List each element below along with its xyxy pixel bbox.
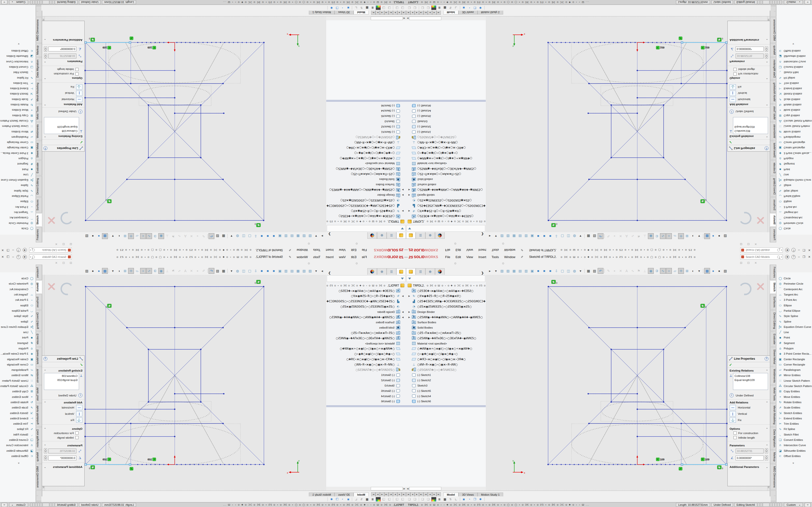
view-cube-3-icon[interactable]: ▦ <box>295 268 301 274</box>
cmd-tab-direct-editing[interactable]: Direct Editing <box>770 310 776 331</box>
text-icon[interactable]: A <box>183 268 188 274</box>
tool-extend-entities[interactable]: ⊢Extend Entities <box>776 416 812 421</box>
erase-icon[interactable]: ✕ <box>618 233 623 239</box>
tree-hscrollbar[interactable]: ◀ <box>406 16 486 20</box>
spline-gray-icon[interactable]: ∿ <box>630 268 636 274</box>
tool-offset-entities[interactable]: ⊂Offset Entities <box>776 48 812 54</box>
option-for-construction[interactable]: For construction <box>42 72 84 76</box>
cmd-tab-weldments[interactable]: Weldments <box>770 367 776 385</box>
motion-tab-motion-study-1[interactable]: Motion Study 1 <box>309 493 335 497</box>
relation-badge-equal-1[interactable]: = 109 <box>656 46 664 49</box>
cmd-tab-markup[interactable]: Markup <box>36 44 42 57</box>
tab-configurationmanager[interactable]: ⊕ <box>425 232 435 239</box>
tool-linear-sketch-pattern[interactable]: ∷Linear Sketch Pattern <box>776 124 812 129</box>
expand-icon[interactable]: ⌄ <box>44 39 46 42</box>
media-button[interactable]: ▶| <box>371 10 375 15</box>
collapse-icon[interactable]: ⌃ <box>766 428 768 430</box>
tree-sketch2[interactable]: (-) Sketch2 <box>406 124 486 129</box>
relation-fix-button[interactable]: ⚓ <box>76 417 83 423</box>
media-button[interactable]: ▶ <box>432 10 437 15</box>
tool-parallelogram[interactable]: ▱Parallelogram <box>776 134 812 140</box>
relation-badge-on-edge-bottom[interactable]: 3 <box>717 38 723 42</box>
expander-icon[interactable]: ▶ <box>408 295 410 297</box>
relation-vertical[interactable]: |Vertical <box>42 411 84 417</box>
graphics-area[interactable]: 3 3 3 = 109 = 109 <box>486 275 770 491</box>
tool-trim-entities[interactable]: ✂Trim Entities <box>776 80 812 86</box>
checkbox[interactable] <box>75 432 79 435</box>
tab-featuremanager[interactable] <box>406 232 416 239</box>
collapse-icon[interactable]: ⌃ <box>44 444 46 447</box>
line-weights-icon[interactable]: ≣ <box>437 6 442 10</box>
media-button[interactable]: ▶| <box>437 492 441 497</box>
text-icon[interactable]: A <box>624 233 629 239</box>
media-button[interactable]: ◀ <box>428 10 432 15</box>
light-caret[interactable]: ▾ <box>110 268 116 274</box>
expander-icon[interactable]: ▶ <box>402 188 404 191</box>
update-view-icon[interactable]: ⇩ <box>253 268 259 274</box>
media-button[interactable]: ▶ <box>415 492 419 497</box>
menu-item-view[interactable]: View <box>337 248 349 252</box>
cmd-tab-mesh-modeling[interactable]: Mesh Modeling <box>770 403 776 427</box>
tool-ellipse[interactable]: ⬭Ellipse <box>776 199 812 204</box>
media-button[interactable]: |◀ <box>384 492 389 497</box>
sketch-gray-entities[interactable] <box>108 42 241 131</box>
media-button[interactable]: ▶ <box>393 10 397 15</box>
flag-icon[interactable]: ⚑ <box>636 268 642 274</box>
expander-icon[interactable]: ▶ <box>402 295 404 297</box>
relation-horizontal-button[interactable]: — <box>729 97 736 102</box>
tool-offset-entities[interactable]: ⊂Offset Entities <box>776 453 812 459</box>
relation-vertical-button[interactable]: | <box>729 91 736 96</box>
primitives-icon[interactable]: ◍ <box>571 233 577 239</box>
tree-sketch3[interactable]: Sketch3 <box>406 383 486 388</box>
checkbox[interactable] <box>733 72 737 75</box>
cmd-tab-features[interactable]: Features <box>770 265 776 280</box>
update-view-icon[interactable]: ⇩ <box>553 233 559 239</box>
length-input[interactable]: 10.88152731 <box>735 449 764 453</box>
gear-icon[interactable]: ✱ <box>329 6 334 10</box>
graphics-area[interactable]: 3 3 3 = 109 = 109 <box>486 16 770 232</box>
menu-item-tools[interactable]: Tools <box>311 255 323 259</box>
close-button[interactable]: ✕ <box>0 248 5 252</box>
tool-style-spline[interactable]: ∿Style Spline <box>0 314 36 319</box>
relation-entry[interactable]: Collinear108 <box>45 129 78 133</box>
relation-badge-on-edge-right[interactable]: 3 <box>701 199 706 203</box>
tree-solid-bodies[interactable]: ■Solid Bodies <box>406 177 486 182</box>
cmd-tab-mold-tools[interactable]: Mold Tools <box>36 385 42 403</box>
expand-panel-icon[interactable]: ❯ <box>481 232 484 236</box>
tool-scale-entities[interactable]: ⇗Scale Entities <box>776 97 812 102</box>
length-input[interactable]: 10.88152731 <box>735 54 764 59</box>
hide-spline-icon[interactable]: ∿ <box>146 268 152 274</box>
relation-badge-on-edge-top[interactable]: 3 <box>255 223 260 227</box>
help-icon[interactable]: ? <box>792 255 796 259</box>
tool-ellipse[interactable]: ⬭Ellipse <box>776 302 812 308</box>
media-button[interactable]: ▶| <box>389 10 393 15</box>
appearance-brush-icon[interactable] <box>376 497 380 501</box>
cmd-tab--[interactable]: : <box>770 490 776 501</box>
search-box[interactable]: ▾ <box>29 255 72 260</box>
view-solid-3-icon[interactable]: ■ <box>547 268 553 274</box>
angle-spinner[interactable]: ▲▼ <box>765 47 768 52</box>
tree-hscrollbar[interactable]: ◀ <box>406 487 486 491</box>
relation-vertical[interactable]: |Vertical <box>42 90 84 96</box>
collapse-icon[interactable]: ⌃ <box>44 60 46 63</box>
cmd-tab-mold-tools[interactable]: Mold Tools <box>36 104 42 122</box>
sheet-1-icon[interactable]: ❏ <box>407 6 412 10</box>
text-icon[interactable]: A <box>183 233 188 239</box>
tab-configurationmanager[interactable]: ⊕ <box>377 232 387 239</box>
tree-filter[interactable] <box>327 275 406 282</box>
zebra-stripes-icon[interactable]: ▨ <box>592 268 597 274</box>
primitives-caret[interactable]: ▾ <box>229 233 235 239</box>
run-document-icon[interactable]: ▸ <box>319 233 325 239</box>
tool-spline[interactable]: ∿Spline <box>776 183 812 188</box>
tool-move-entities[interactable]: ＋Move Entities <box>0 107 36 113</box>
view-solid-1-icon[interactable]: ■ <box>271 233 277 239</box>
ok-button[interactable]: ✓ <box>42 139 84 145</box>
relation-entry[interactable]: Equal length109 <box>734 378 767 382</box>
tree-splitter[interactable] <box>326 100 406 102</box>
tool-3-point-center-rectangle[interactable]: ◈3 Point Center Recta... <box>0 151 36 156</box>
line-endpoint-handle[interactable] <box>85 463 87 465</box>
hide-grid-icon[interactable]: ⊞ <box>684 268 690 274</box>
tree-right-plane[interactable]: ○✚ЯƆ∘ж○⋇◉I○∘○I◉⋇○ж∘ƆЯ✚○ <box>406 356 486 362</box>
spline-gray-icon[interactable]: ∿ <box>176 233 182 239</box>
relation-horizontal[interactable]: —Horizontal <box>42 404 84 411</box>
